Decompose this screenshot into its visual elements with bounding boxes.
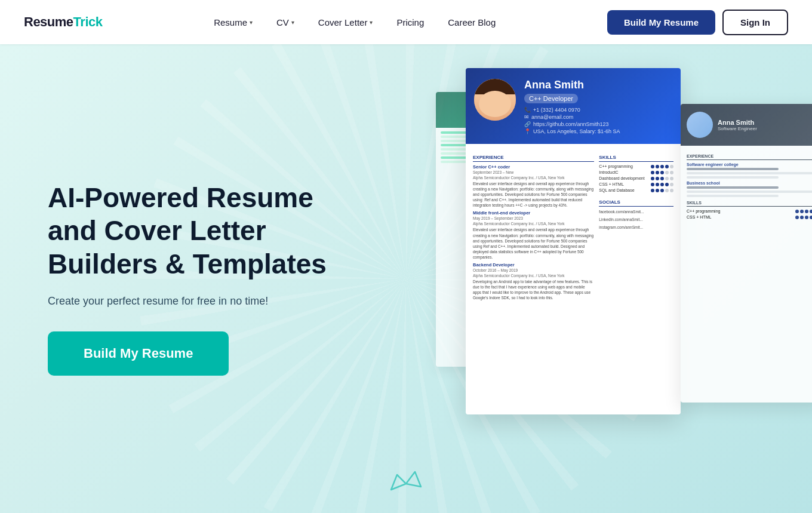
skills-section-title: Skills	[599, 155, 673, 162]
resume-secondary-name: Anna Smith	[718, 119, 757, 126]
nav-pricing[interactable]: Pricing	[387, 13, 433, 32]
nav-resume[interactable]: Resume ▾	[204, 13, 262, 32]
dot-filled	[651, 189, 654, 192]
resume-email: ✉ anna@email.com	[524, 114, 620, 120]
skill-dots	[651, 165, 673, 168]
skill-row: IntroductC	[599, 170, 673, 174]
skill-name: C++ programming	[599, 164, 632, 168]
dot-filled	[800, 210, 804, 213]
nav-career-blog[interactable]: Career Blog	[438, 13, 505, 32]
resume-secondary-body: Experience Software engineer college Bus…	[681, 146, 812, 226]
dot-filled	[665, 183, 669, 186]
job-company-2: Alpha Semiconductor Company Inc. / USA, …	[473, 222, 594, 226]
dot-filled	[651, 177, 654, 180]
nav-cv-label: CV	[276, 17, 289, 27]
dot-filled	[810, 210, 812, 213]
res2-line	[687, 172, 812, 174]
dot-filled	[810, 216, 812, 219]
resume-header: Anna Smith C++ Developer 📞 +1 (332) 4404…	[466, 68, 681, 144]
nav-cover-letter-label: Cover Letter	[318, 17, 368, 27]
dot-empty	[670, 165, 673, 168]
job-company-3: Alpha Semiconductor Company Inc. / USA, …	[473, 274, 594, 278]
resume-col-skills: Skills C++ programming IntroductC	[599, 150, 673, 413]
social-linkedin: LinkedIn.com/annaSmit...	[599, 217, 673, 222]
skill-name: SQL and Database	[599, 188, 634, 192]
hero-title: AI-Powered Resume and Cover Letter Build…	[48, 182, 334, 281]
dot-filled	[656, 189, 659, 192]
dot-filled	[651, 171, 654, 174]
location-icon: 📍	[524, 128, 531, 134]
dot-filled	[660, 183, 664, 186]
skill-dots	[651, 177, 673, 180]
skill-name: Dashboard development	[599, 176, 644, 180]
experience-section-title: Experience	[473, 155, 594, 162]
skill-name: CSS + HTML	[599, 182, 623, 186]
avatar-secondary	[687, 112, 713, 138]
phone-icon: 📞	[524, 107, 531, 113]
nav-resume-label: Resume	[214, 17, 247, 27]
dot-filled	[656, 183, 659, 186]
resume-secondary-role: Software Engineer	[718, 126, 757, 131]
skill-dots	[651, 183, 673, 186]
nav-build-resume-button[interactable]: Build My Resume	[607, 10, 715, 35]
dot-filled	[795, 216, 799, 219]
avatar-face	[474, 79, 516, 121]
social-facebook: facebook.com/annaSmit...	[599, 209, 673, 214]
navigation: ResumeTrick Resume ▾ CV ▾ Cover Letter ▾…	[0, 0, 812, 44]
dot-empty	[670, 171, 673, 174]
res2-experience-title: Experience	[687, 154, 812, 160]
dot-empty	[670, 183, 673, 186]
res2-job1-title: Software engineer college	[687, 162, 812, 167]
res2-skill-dots	[795, 210, 812, 213]
resume-secondary-header: Anna Smith Software Engineer	[681, 104, 812, 146]
res2-line	[687, 186, 779, 189]
dot-empty	[670, 177, 673, 180]
res2-skills-title: Skills	[687, 201, 812, 207]
skill-dots	[651, 189, 673, 192]
avatar-skin	[479, 91, 511, 117]
resume-secondary-name-block: Anna Smith Software Engineer	[718, 119, 757, 131]
nav-signin-button[interactable]: Sign In	[722, 10, 788, 35]
resume-role: C++ Developer	[524, 94, 578, 103]
dot-filled	[660, 189, 664, 192]
job-date-2: May 2019 – September 2023	[473, 216, 594, 220]
job-company-1: Alpha Semiconductor Company Inc. / USA, …	[473, 176, 594, 180]
resume-body: Experience Senior C++ coder September 20…	[466, 144, 681, 414]
avatar	[474, 79, 516, 121]
job-date-3: October 2016 – May 2019	[473, 268, 594, 272]
dot-filled	[805, 210, 808, 213]
skill-row: C++ programming	[599, 164, 673, 168]
job-desc-2: Elevated user interface designs and over…	[473, 227, 594, 260]
job-desc-1: Elevated user interface designs and over…	[473, 181, 594, 208]
logo-text-resume: Resume	[24, 14, 73, 30]
resume-col-experience: Experience Senior C++ coder September 20…	[473, 150, 594, 413]
dot-filled	[651, 165, 654, 168]
resume-location: 📍 USA, Los Angeles, Salary: $1-6h SA	[524, 128, 620, 134]
chevron-down-icon: ▾	[370, 19, 373, 26]
res2-skill-row: C++ programming	[687, 209, 812, 213]
nav-cover-letter[interactable]: Cover Letter ▾	[309, 13, 383, 32]
logo[interactable]: ResumeTrick	[24, 14, 102, 30]
hero-build-resume-button[interactable]: Build My Resume	[48, 331, 229, 376]
res2-line	[687, 195, 779, 197]
resume-card-secondary: Anna Smith Software Engineer Experience …	[681, 104, 812, 403]
dot-filled	[665, 165, 669, 168]
skill-dots	[651, 171, 673, 174]
socials-section-title: Socials	[599, 199, 673, 207]
link-icon: 🔗	[524, 121, 531, 127]
hero-section: AI-Powered Resume and Cover Letter Build…	[0, 44, 812, 513]
resume-name-block: Anna Smith C++ Developer 📞 +1 (332) 4404…	[524, 79, 620, 136]
dot-filled	[660, 165, 664, 168]
dot-filled	[651, 183, 654, 186]
dot-empty	[665, 177, 669, 180]
nav-cv[interactable]: CV ▾	[267, 13, 304, 32]
crown-icon	[388, 463, 424, 499]
res2-skill-name: C++ programming	[687, 209, 720, 213]
resume-website: 🔗 https://github.com/annSmith123	[524, 121, 620, 127]
hero-subtitle: Create your perfect resume for free in n…	[48, 295, 334, 308]
email-icon: ✉	[524, 114, 529, 120]
skill-name: IntroductC	[599, 170, 618, 174]
dot-filled	[805, 216, 808, 219]
resume-card-main: Anna Smith C++ Developer 📞 +1 (332) 4404…	[466, 68, 681, 414]
dot-empty	[665, 189, 669, 192]
